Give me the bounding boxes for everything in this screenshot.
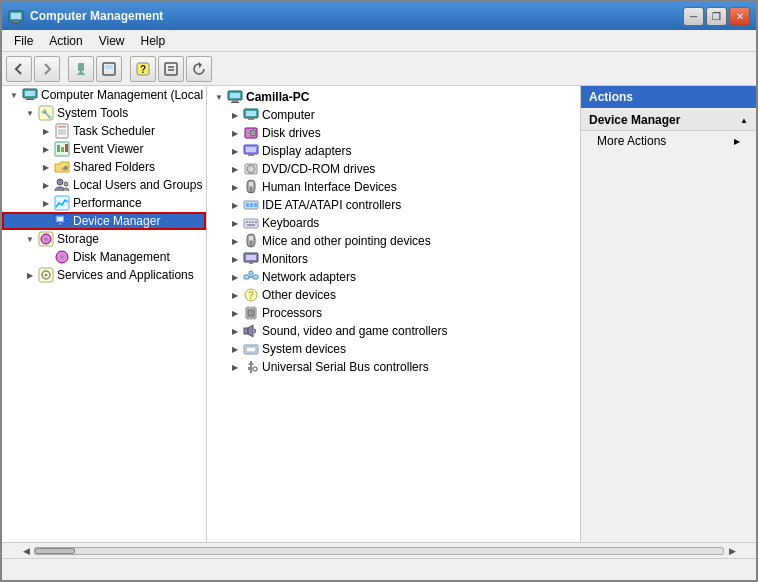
svg-rect-38 bbox=[58, 225, 63, 226]
menu-file[interactable]: File bbox=[6, 32, 41, 50]
back-button[interactable] bbox=[6, 56, 32, 82]
tree-item-computer-management[interactable]: Computer Management (Local bbox=[2, 86, 206, 104]
monitors-label: Monitors bbox=[262, 252, 308, 266]
dvd-cdrom-icon bbox=[243, 161, 259, 177]
svg-rect-74 bbox=[255, 221, 257, 223]
tree-item-event-viewer[interactable]: Event Viewer bbox=[2, 140, 206, 158]
svg-rect-98 bbox=[246, 347, 256, 352]
local-users-icon bbox=[54, 177, 70, 193]
menu-view[interactable]: View bbox=[91, 32, 133, 50]
usb-label: Universal Serial Bus controllers bbox=[262, 360, 429, 374]
bottom-area: ◀ ▶ bbox=[2, 542, 756, 580]
svg-text:?: ? bbox=[140, 64, 146, 75]
task-scheduler-icon bbox=[54, 123, 70, 139]
svg-text:🔧: 🔧 bbox=[41, 108, 53, 120]
menu-help[interactable]: Help bbox=[133, 32, 174, 50]
scroll-left-button[interactable]: ◀ bbox=[18, 546, 34, 556]
tree-item-display-adapters[interactable]: Display adapters bbox=[207, 142, 580, 160]
svg-rect-96 bbox=[244, 328, 248, 334]
status-bar bbox=[2, 558, 756, 580]
expand-icon-computer-management bbox=[6, 91, 22, 100]
expand-icon-services bbox=[22, 271, 38, 280]
tree-item-sound[interactable]: Sound, video and game controllers bbox=[207, 322, 580, 340]
svg-point-41 bbox=[45, 238, 48, 241]
tree-item-performance[interactable]: Performance bbox=[2, 194, 206, 212]
actions-section-device-manager[interactable]: Device Manager ▲ bbox=[581, 110, 756, 131]
forward-button[interactable] bbox=[34, 56, 60, 82]
expand-icon-task-scheduler bbox=[38, 127, 54, 136]
content-area: Computer Management (Local 🔧 System Tool… bbox=[2, 86, 756, 542]
properties-button[interactable] bbox=[158, 56, 184, 82]
task-scheduler-label: Task Scheduler bbox=[73, 124, 155, 138]
expand-icon-dvd-cdrom bbox=[227, 165, 243, 174]
processors-icon bbox=[243, 305, 259, 321]
tree-item-monitors[interactable]: Monitors bbox=[207, 250, 580, 268]
right-panel: Actions Device Manager ▲ More Actions ▶ bbox=[581, 86, 756, 542]
scroll-right-button[interactable]: ▶ bbox=[724, 546, 740, 556]
svg-point-102 bbox=[253, 367, 257, 371]
system-devices-icon bbox=[243, 341, 259, 357]
tree-item-storage[interactable]: Storage bbox=[2, 230, 206, 248]
tree-item-network-adapters[interactable]: Network adapters bbox=[207, 268, 580, 286]
tree-item-computer[interactable]: Computer bbox=[207, 106, 580, 124]
close-button[interactable]: ✕ bbox=[729, 7, 750, 26]
tree-item-keyboards[interactable]: Keyboards bbox=[207, 214, 580, 232]
tree-item-hid[interactable]: Human Interface Devices bbox=[207, 178, 580, 196]
device-manager-icon bbox=[54, 213, 70, 229]
expand-icon-other-devices bbox=[227, 291, 243, 300]
expand-icon-network-adapters bbox=[227, 273, 243, 282]
svg-rect-35 bbox=[57, 217, 63, 221]
window-controls: ─ ❐ ✕ bbox=[683, 7, 750, 26]
minimize-button[interactable]: ─ bbox=[683, 7, 704, 26]
expand-icon-shared-folders bbox=[38, 163, 54, 172]
tree-item-other-devices[interactable]: ? Other devices bbox=[207, 286, 580, 304]
local-users-label: Local Users and Groups bbox=[73, 178, 202, 192]
middle-panel: Camilla-PC Computer Disk drives bbox=[207, 86, 581, 542]
tree-item-system-devices[interactable]: System devices bbox=[207, 340, 580, 358]
help-button[interactable]: ? bbox=[130, 56, 156, 82]
expand-icon-local-users bbox=[38, 181, 54, 190]
horizontal-scrollbar[interactable]: ◀ ▶ bbox=[2, 542, 756, 558]
refresh-button[interactable] bbox=[186, 56, 212, 82]
tree-item-device-manager[interactable]: Device Manager bbox=[2, 212, 206, 230]
tree-item-disk-management[interactable]: Disk Management bbox=[2, 248, 206, 266]
tree-item-local-users[interactable]: Local Users and Groups bbox=[2, 176, 206, 194]
tree-item-camilla-pc[interactable]: Camilla-PC bbox=[207, 86, 580, 106]
expand-icon-keyboards bbox=[227, 219, 243, 228]
tree-item-usb[interactable]: Universal Serial Bus controllers bbox=[207, 358, 580, 376]
keyboards-label: Keyboards bbox=[262, 216, 319, 230]
tree-item-ide[interactable]: IDE ATA/ATAPI controllers bbox=[207, 196, 580, 214]
expand-icon-disk-drives bbox=[227, 129, 243, 138]
svg-point-31 bbox=[57, 179, 63, 185]
tree-item-task-scheduler[interactable]: Task Scheduler bbox=[2, 122, 206, 140]
svg-rect-68 bbox=[250, 203, 253, 207]
up-button[interactable] bbox=[68, 56, 94, 82]
show-hide-console-button[interactable] bbox=[96, 56, 122, 82]
tree-item-disk-drives[interactable]: Disk drives bbox=[207, 124, 580, 142]
svg-rect-1 bbox=[11, 13, 21, 19]
expand-icon-system-tools bbox=[22, 109, 38, 118]
display-adapters-label: Display adapters bbox=[262, 144, 351, 158]
svg-rect-52 bbox=[246, 111, 256, 116]
tree-item-processors[interactable]: Processors bbox=[207, 304, 580, 322]
restore-button[interactable]: ❐ bbox=[706, 7, 727, 26]
system-devices-label: System devices bbox=[262, 342, 346, 356]
other-devices-label: Other devices bbox=[262, 288, 336, 302]
sound-icon bbox=[243, 323, 259, 339]
menu-action[interactable]: Action bbox=[41, 32, 90, 50]
scrollbar-thumb[interactable] bbox=[35, 548, 75, 554]
svg-rect-9 bbox=[165, 63, 177, 75]
svg-rect-26 bbox=[61, 147, 64, 152]
svg-rect-36 bbox=[65, 218, 69, 220]
mice-label: Mice and other pointing devices bbox=[262, 234, 431, 248]
tree-item-system-tools[interactable]: 🔧 System Tools bbox=[2, 104, 206, 122]
svg-rect-53 bbox=[248, 118, 254, 120]
tree-item-mice[interactable]: Mice and other pointing devices bbox=[207, 232, 580, 250]
tree-item-services-applications[interactable]: Services and Applications bbox=[2, 266, 206, 284]
performance-label: Performance bbox=[73, 196, 142, 210]
action-more-actions[interactable]: More Actions ▶ bbox=[581, 131, 756, 151]
tree-item-shared-folders[interactable]: Shared Folders bbox=[2, 158, 206, 176]
camilla-pc-icon bbox=[227, 89, 243, 105]
svg-rect-83 bbox=[253, 275, 258, 279]
tree-item-dvd-cdrom[interactable]: DVD/CD-ROM drives bbox=[207, 160, 580, 178]
